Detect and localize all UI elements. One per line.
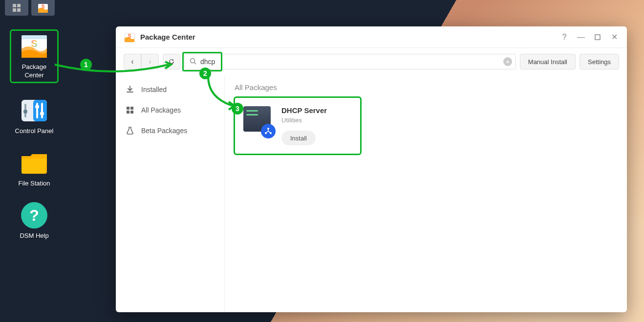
svg-rect-10 xyxy=(33,100,47,121)
package-icon xyxy=(243,106,274,137)
sidebar-item-label: All Packages xyxy=(141,106,181,114)
svg-point-22 xyxy=(191,58,195,63)
svg-rect-24 xyxy=(127,107,129,110)
package-card-dhcp-server[interactable]: DHCP Server Utilities Install xyxy=(235,97,361,154)
close-icon: ✕ xyxy=(506,59,510,65)
install-button[interactable]: Install xyxy=(281,131,316,145)
svg-line-23 xyxy=(194,62,196,64)
close-icon: ✕ xyxy=(611,32,618,42)
svg-text:S: S xyxy=(31,38,37,49)
sidebar-item-beta-packages[interactable]: Beta Packages xyxy=(116,120,224,141)
beta-icon xyxy=(126,126,134,135)
window-title: Package Center xyxy=(140,33,559,41)
annotation-badge-3: 3 xyxy=(232,103,243,115)
package-center-icon: S xyxy=(20,34,49,59)
desktop-icon-package-center[interactable]: S Package Center xyxy=(10,29,59,83)
window-titlebar[interactable]: S Package Center ? — ✕ xyxy=(116,26,627,48)
grid-icon xyxy=(126,106,134,115)
package-center-icon: S xyxy=(124,31,135,43)
svg-rect-27 xyxy=(130,111,133,114)
help-icon: ? xyxy=(20,201,48,230)
package-name: DHCP Server xyxy=(281,106,327,115)
svg-rect-21 xyxy=(595,35,600,40)
folder-icon xyxy=(19,150,50,176)
sidebar-item-label: Beta Packages xyxy=(141,127,187,135)
network-badge-icon xyxy=(261,124,276,138)
desktop-icon-label: Package Center xyxy=(22,63,47,80)
svg-rect-25 xyxy=(130,107,133,110)
maximize-button[interactable] xyxy=(593,32,602,42)
sidebar-item-label: Installed xyxy=(141,86,167,93)
svg-point-16 xyxy=(23,110,27,114)
annotation-badge-1: 1 xyxy=(80,59,92,70)
refresh-icon xyxy=(168,58,175,66)
taskbar-package-center[interactable]: S xyxy=(31,0,55,16)
section-heading: All Packages xyxy=(235,83,617,92)
desktop-icon-label: DSM Help xyxy=(20,232,48,240)
manual-install-button[interactable]: Manual Install xyxy=(520,54,576,69)
svg-rect-2 xyxy=(13,8,16,12)
package-center-window: S Package Center ? — ✕ ‹ › ✕ Manual xyxy=(116,26,627,312)
download-icon xyxy=(126,85,134,94)
help-button[interactable]: ? xyxy=(559,32,569,42)
refresh-button[interactable] xyxy=(163,54,180,69)
package-center-icon: S xyxy=(37,2,49,14)
sidebar: Installed All Packages Beta Packages xyxy=(116,75,224,312)
desktop-icon-label: Control Panel xyxy=(15,127,54,136)
search-clear-button[interactable]: ✕ xyxy=(503,57,512,66)
desktop-icon-file-station[interactable]: File Station xyxy=(10,149,59,188)
sidebar-item-installed[interactable]: Installed xyxy=(116,79,224,100)
settings-button[interactable]: Settings xyxy=(580,54,619,69)
chevron-right-icon: › xyxy=(149,57,151,66)
search-input[interactable] xyxy=(200,58,501,66)
svg-rect-0 xyxy=(13,4,16,7)
maximize-icon xyxy=(595,34,601,40)
svg-point-13 xyxy=(35,105,39,109)
grid-icon xyxy=(12,3,21,13)
svg-point-14 xyxy=(40,112,44,115)
control-panel-icon xyxy=(19,98,50,123)
main-menu-button[interactable] xyxy=(5,0,28,16)
nav-back-button[interactable]: ‹ xyxy=(124,54,141,69)
package-category: Utilities xyxy=(281,116,327,124)
svg-point-28 xyxy=(267,128,269,130)
minimize-button[interactable]: — xyxy=(576,32,586,42)
taskbar: S xyxy=(0,0,644,18)
annotation-badge-2: 2 xyxy=(199,68,211,79)
close-button[interactable]: ✕ xyxy=(609,32,619,42)
help-icon: ? xyxy=(562,33,567,42)
sidebar-item-all-packages[interactable]: All Packages xyxy=(116,100,224,120)
svg-rect-3 xyxy=(17,8,21,12)
desktop-icon-label: File Station xyxy=(18,180,50,188)
desktop-icon-control-panel[interactable]: Control Panel xyxy=(10,97,59,136)
toolbar: ‹ › ✕ Manual Install Settings xyxy=(116,48,627,75)
nav-forward-button[interactable]: › xyxy=(141,54,159,69)
svg-text:S: S xyxy=(128,33,131,39)
svg-text:S: S xyxy=(42,4,45,9)
main-content: All Packages DHCP Server Utilities Insta… xyxy=(224,75,627,312)
svg-rect-26 xyxy=(127,111,129,114)
minimize-icon: — xyxy=(577,33,585,42)
desktop-icons: S Package Center Control Panel xyxy=(10,29,59,240)
desktop-icon-dsm-help[interactable]: ? DSM Help xyxy=(10,202,59,240)
search-icon xyxy=(190,58,196,66)
search-box[interactable] xyxy=(184,54,516,69)
svg-text:?: ? xyxy=(29,207,39,224)
chevron-left-icon: ‹ xyxy=(131,57,133,66)
svg-rect-12 xyxy=(41,103,43,118)
svg-rect-1 xyxy=(17,4,21,7)
